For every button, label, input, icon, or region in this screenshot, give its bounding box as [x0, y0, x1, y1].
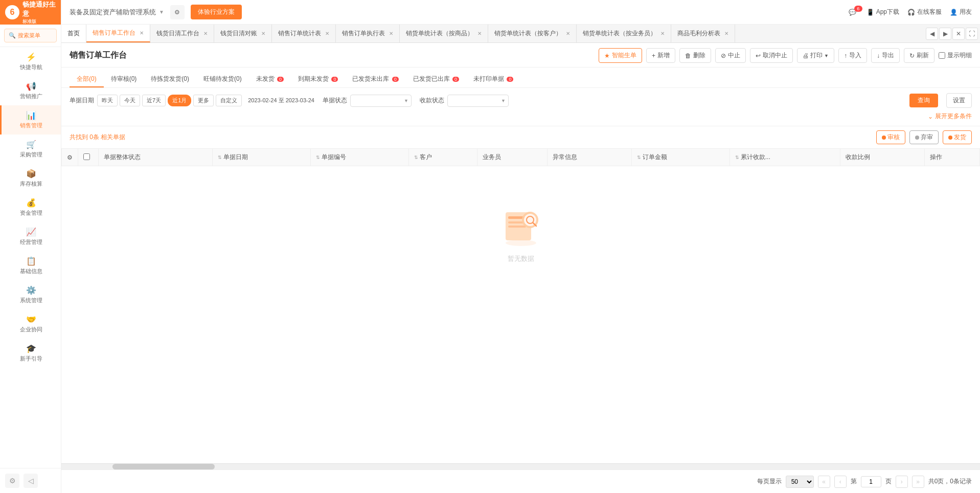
- tab-close-icon[interactable]: ✕: [325, 31, 329, 36]
- ship-button[interactable]: 发货: [943, 130, 972, 144]
- payment-select[interactable]: [447, 95, 509, 107]
- add-button[interactable]: + 新增: [646, 48, 675, 63]
- add-label: 新增: [657, 51, 670, 60]
- search-menu-button[interactable]: 🔍 搜索菜单: [4, 29, 57, 42]
- tab-cash-reconcile[interactable]: 钱货日清对账 ✕: [214, 25, 272, 42]
- sidebar-item-finance[interactable]: 💰 资金管理: [0, 193, 61, 222]
- tab-home[interactable]: 首页: [61, 25, 86, 42]
- tab-sales-summary-product[interactable]: 销货单统计表（按商品） ✕: [400, 25, 488, 42]
- import-button[interactable]: ↑ 导入: [838, 48, 867, 63]
- date-btn-today[interactable]: 今天: [120, 95, 140, 106]
- sidebar-item-marketing[interactable]: 📢 营销推广: [0, 76, 61, 105]
- filter-tab-shipped-not-out[interactable]: 已发货未出库 0: [345, 72, 405, 87]
- page-prev-btn[interactable]: ‹: [834, 476, 847, 488]
- stop-button[interactable]: ⊘ 中止: [715, 48, 746, 63]
- date-btn-yesterday[interactable]: 昨天: [97, 95, 118, 106]
- sidebar-item-quick-nav[interactable]: ⚡ 快捷导航: [0, 47, 61, 76]
- app-download-button[interactable]: 📱 App下载: [867, 8, 899, 16]
- tab-sales-exec[interactable]: 销售订单执行表 ✕: [336, 25, 400, 42]
- user-button[interactable]: 👤 用友: [950, 8, 972, 16]
- tab-cash-daily[interactable]: 钱货日清工作台 ✕: [150, 25, 214, 42]
- horizontal-scrollbar[interactable]: [61, 463, 980, 469]
- page-size-select[interactable]: 20 50 100: [786, 476, 814, 488]
- filter-tab-not-printed[interactable]: 未打印单据 0: [466, 72, 520, 87]
- tab-close-icon[interactable]: ✕: [724, 31, 728, 36]
- scrollbar-thumb[interactable]: [112, 464, 215, 469]
- status-select[interactable]: [350, 95, 412, 107]
- th-customer-sort[interactable]: ⇅ 客户: [414, 153, 472, 162]
- review-button[interactable]: 审核: [876, 130, 905, 144]
- filter-tab-label: 到期未发货: [298, 75, 329, 82]
- query-button[interactable]: 查询: [909, 94, 938, 107]
- tab-close-icon[interactable]: ✕: [660, 31, 665, 36]
- date-btn-custom[interactable]: 自定义: [216, 95, 242, 106]
- tab-close-icon[interactable]: ✕: [140, 30, 144, 36]
- tab-fullscreen-btn[interactable]: ⛶: [966, 28, 978, 40]
- sidebar-item-operation[interactable]: 📈 经营管理: [0, 222, 61, 251]
- filter-tab-shipped-out[interactable]: 已发货已出库 0: [406, 72, 466, 87]
- sidebar-item-cooperation[interactable]: 🤝 企业协同: [0, 309, 61, 339]
- tab-close-icon[interactable]: ✕: [477, 31, 482, 36]
- page-next-btn[interactable]: ›: [896, 476, 908, 488]
- smart-create-button[interactable]: ★ 智能生单: [599, 48, 642, 63]
- tab-margin-analysis[interactable]: 商品毛利分析表 ✕: [671, 25, 735, 42]
- date-btn-1month[interactable]: 近1月: [168, 95, 191, 106]
- page-last-btn[interactable]: »: [912, 476, 924, 488]
- export-button[interactable]: ↓ 导出: [871, 48, 900, 63]
- settings-gear-button[interactable]: ⚙: [170, 5, 185, 19]
- sidebar-item-basic[interactable]: 📋 基础信息: [0, 251, 61, 280]
- date-btn-7days[interactable]: 近7天: [142, 95, 166, 106]
- tab-sales-workbench[interactable]: 销售订单工作台 ✕: [86, 25, 150, 42]
- tab-scroll-right-btn[interactable]: ▶: [939, 28, 951, 40]
- tab-scroll-left-btn[interactable]: ◀: [926, 28, 938, 40]
- select-all-checkbox[interactable]: [83, 153, 90, 160]
- filter-tab-wangpu[interactable]: 旺铺待发货(0): [196, 72, 249, 87]
- filter-tab-all[interactable]: 全部(0): [70, 72, 104, 87]
- show-detail-input[interactable]: [939, 52, 945, 59]
- page-input[interactable]: [861, 476, 881, 487]
- tab-close-icon[interactable]: ✕: [389, 31, 393, 36]
- cancel-review-button[interactable]: 弃审: [909, 130, 939, 144]
- message-button[interactable]: 💬 6: [849, 9, 858, 16]
- sidebar-item-purchase[interactable]: 🛒 采购管理: [0, 135, 61, 164]
- th-number-sort[interactable]: ⇅ 单据编号: [316, 153, 403, 162]
- th-status-sort[interactable]: 单据整体状态: [104, 153, 207, 162]
- date-btn-more[interactable]: 更多: [193, 95, 214, 106]
- tab-sales-summary-customer[interactable]: 销货单统计表（按客户） ✕: [488, 25, 577, 42]
- online-support-button[interactable]: 🎧 在线客服: [907, 8, 942, 16]
- sidebar-item-inventory[interactable]: 📦 库存核算: [0, 164, 61, 193]
- import-label: 导入: [849, 51, 861, 60]
- sidebar-settings-btn[interactable]: ⚙: [5, 474, 19, 488]
- show-detail-checkbox[interactable]: 显示明细: [939, 51, 972, 60]
- tab-close-all-btn[interactable]: ✕: [952, 28, 965, 40]
- empty-state: 暂无数据: [62, 166, 980, 294]
- tab-sales-summary-staff[interactable]: 销货单统计表（按业务员） ✕: [577, 25, 671, 42]
- filter-tab-pending-review[interactable]: 待审核(0): [104, 72, 144, 87]
- delete-label: 删除: [693, 51, 705, 60]
- sidebar-item-system[interactable]: ⚙️ 系统管理: [0, 280, 61, 309]
- th-amount: ⇅ 订单金额: [631, 149, 730, 166]
- cancel-stop-button[interactable]: ↩ 取消中止: [750, 48, 793, 63]
- refresh-button[interactable]: ↻ 刷新: [904, 48, 935, 63]
- print-button[interactable]: 🖨 打印 ▼: [797, 48, 834, 63]
- sidebar-item-guide[interactable]: 🎓 新手引导: [0, 339, 61, 368]
- th-date-sort[interactable]: ⇅ 单据日期: [218, 153, 305, 162]
- tab-close-icon[interactable]: ✕: [203, 31, 208, 36]
- tab-close-icon[interactable]: ✕: [566, 31, 570, 36]
- filter-tab-overdue[interactable]: 到期未发货 0: [291, 72, 345, 87]
- sidebar-item-sales[interactable]: 📊 销售管理: [0, 105, 61, 135]
- tab-sales-stats[interactable]: 销售订单统计表 ✕: [272, 25, 336, 42]
- filter-tab-pending-inspect[interactable]: 待拣货发货(0): [144, 72, 196, 87]
- page-first-btn[interactable]: «: [818, 476, 830, 488]
- filter-tab-not-shipped[interactable]: 未发货 0: [249, 72, 291, 87]
- sidebar-collapse-btn[interactable]: ◁: [24, 474, 38, 488]
- th-amount-sort[interactable]: ⇅ 订单金额: [637, 153, 724, 162]
- tab-close-icon[interactable]: ✕: [261, 31, 265, 36]
- settings-col-icon[interactable]: ⚙: [67, 154, 73, 161]
- th-collected-sort[interactable]: ⇅ 累计收款...: [735, 153, 835, 162]
- expand-conditions-btn[interactable]: ⌄ 展开更多条件: [928, 112, 972, 121]
- trial-button[interactable]: 体验行业方案: [191, 5, 242, 19]
- delete-button[interactable]: 🗑 删除: [679, 48, 711, 63]
- settings-filter-button[interactable]: 设置: [946, 93, 972, 108]
- filter-date-item: 单据日期 昨天 今天 近7天 近1月 更多 自定义 2023-02-24 至 2…: [70, 95, 314, 106]
